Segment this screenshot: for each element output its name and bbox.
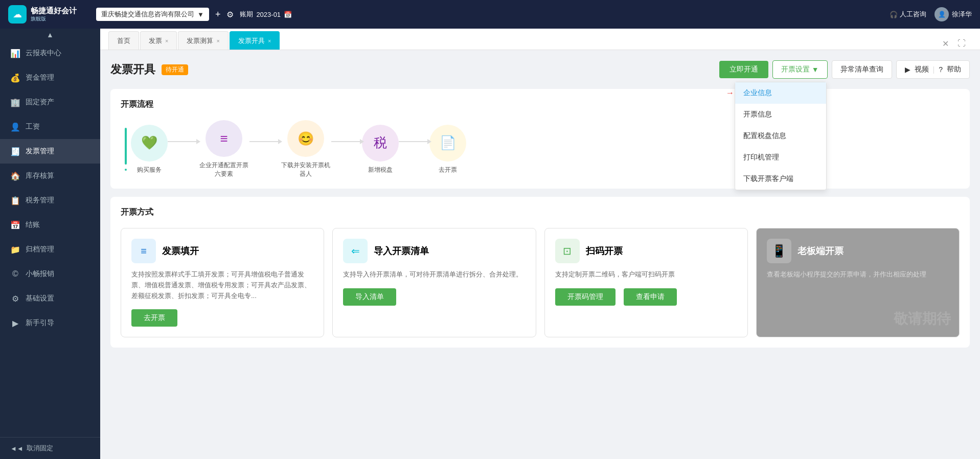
video-label: 视频 [915, 65, 929, 74]
sidebar-item-新手引导[interactable]: ▶ 新手引导 [0, 311, 100, 335]
sidebar-label: 固定资产 [26, 98, 54, 107]
flow-step-4: 📄 去开票 [429, 125, 466, 174]
tab-发票测算[interactable]: 发票测算× [178, 31, 228, 50]
flow-step-label: 下载并安装开票机器人 [280, 161, 331, 178]
view-apply-button[interactable]: 查看申请 [624, 288, 677, 306]
qr-manage-button[interactable]: 开票码管理 [555, 288, 616, 306]
top-bar-right: 🎧 人工咨询 👤 徐泽华 [890, 7, 972, 21]
method-card-scan: ⊡ 扫码开票 支持定制开票二维码，客户端可扫码开票 开票码管理 查看申请 [544, 228, 748, 337]
logo-text: 畅捷通好会计 [31, 6, 77, 15]
dropdown-item-2[interactable]: 配置税盘信息 [735, 125, 826, 147]
sidebar-label: 库存核算 [26, 171, 54, 180]
sidebar-label: 税务管理 [26, 196, 54, 205]
fill-invoice-button[interactable]: 去开票 [131, 309, 177, 327]
boss-title: 老板端开票 [797, 245, 844, 257]
status-badge: 待开通 [162, 64, 188, 75]
tab-发票开具[interactable]: 发票开具× [230, 31, 280, 50]
dropdown-item-0[interactable]: →企业信息 [735, 82, 826, 104]
settings-dropdown: →企业信息开票信息配置税盘信息打印机管理下载开票客户端 [735, 82, 827, 190]
flow-line [168, 141, 198, 142]
add-company-button[interactable]: + [215, 9, 221, 20]
sidebar: ▲ 📊 云报表中心 💰 资金管理 🏢 固定资产 👤 工资 🧾 发票管理 🏠 库存… [0, 29, 100, 459]
sidebar-item-固定资产[interactable]: 🏢 固定资产 [0, 90, 100, 114]
settings-button-label: 开票设置 [781, 65, 810, 74]
exception-button[interactable]: 异常清单查询 [832, 60, 892, 79]
settings-button[interactable]: 开票设置 ▼ [772, 60, 828, 79]
dropdown-item-4[interactable]: 下载开票客户端 [735, 168, 826, 190]
activate-button[interactable]: 立即开通 [719, 61, 768, 78]
tab-发票[interactable]: 发票× [140, 31, 177, 50]
cancel-fixed-button[interactable]: ◄◄ 取消固定 [0, 437, 100, 459]
sidebar-item-云报表中心[interactable]: 📊 云报表中心 [0, 41, 100, 65]
sidebar-item-税务管理[interactable]: 📋 税务管理 [0, 188, 100, 213]
settings-icon[interactable]: ⚙ [226, 10, 234, 19]
close-window-button[interactable]: ✕ [939, 37, 951, 50]
sidebar-label: 发票管理 [26, 147, 54, 156]
sidebar-icon: ⚙ [10, 293, 20, 304]
dropdown-icon: ▼ [197, 11, 204, 18]
cancel-fixed-label: 取消固定 [27, 444, 53, 453]
sidebar-icon: 📅 [10, 220, 20, 230]
company-selector[interactable]: 重庆畅捷交通信息咨询有限公司 ▼ [96, 8, 209, 21]
sidebar-icon: 📊 [10, 48, 20, 58]
sidebar-icon: 📁 [10, 244, 20, 255]
tab-label: 首页 [117, 36, 130, 45]
flow-section: 开票流程 💚 购买服务 ≡ 企业开通配置开票六要素 😊 下载并安装开票机器人 税… [110, 89, 970, 189]
sidebar-item-结账[interactable]: 📅 结账 [0, 213, 100, 237]
user-name: 徐泽华 [952, 10, 972, 19]
tab-首页[interactable]: 首页 [108, 31, 139, 50]
flow-step-label: 购买服务 [137, 166, 162, 174]
tab-close-button[interactable]: × [268, 38, 271, 44]
overlay-text: 敬请期待 [894, 309, 951, 329]
scroll-up-button[interactable]: ▲ [0, 29, 100, 41]
sidebar-item-基础设置[interactable]: ⚙ 基础设置 [0, 286, 100, 311]
method-cards: ≡ 发票填开 支持按照发票样式手工填开发票；可开具增值税电子普通发票、增值税普通… [121, 228, 960, 337]
user-area[interactable]: 👤 徐泽华 [935, 7, 972, 21]
tab-close-button[interactable]: × [165, 38, 168, 44]
flow-step-0: 💚 购买服务 [131, 125, 168, 174]
sidebar-item-工资[interactable]: 👤 工资 [0, 114, 100, 139]
page-header: 发票开具 待开通 立即开通 开票设置 ▼ 异常清单查询 ▶ 视频 | [110, 60, 970, 79]
maximize-window-button[interactable]: ⛶ [955, 37, 968, 50]
scan-icon: ⊡ [555, 239, 580, 263]
fill-title: 发票填开 [162, 245, 199, 257]
help-icon: ? [939, 65, 943, 74]
tab-bar: 首页发票×发票测算×发票开具× ✕ ⛶ [100, 29, 980, 50]
sidebar-icon: 👤 [10, 122, 20, 132]
tab-close-button[interactable]: × [216, 38, 219, 44]
flow-line [249, 141, 280, 142]
dropdown-item-1[interactable]: 开票信息 [735, 104, 826, 125]
avatar: 👤 [935, 7, 949, 21]
sidebar-item-归档管理[interactable]: 📁 归档管理 [0, 237, 100, 262]
page-title: 发票开具 [110, 62, 155, 77]
boss-desc: 查看老板端小程序提交的开票申请，并作出相应的处理 [767, 269, 949, 280]
dropdown-item-3[interactable]: 打印机管理 [735, 147, 826, 168]
consult-area[interactable]: 🎧 人工咨询 [890, 10, 926, 19]
calendar-icon[interactable]: 📅 [284, 11, 292, 18]
help-button[interactable]: ▶ 视频 | ? 帮助 [896, 60, 970, 79]
flow-step-3: 税 新增税盘 [362, 125, 399, 174]
sidebar-icon: © [10, 269, 20, 279]
sidebar-item-库存核算[interactable]: 🏠 库存核算 [0, 164, 100, 188]
sidebar-label: 归档管理 [26, 245, 54, 254]
scan-desc: 支持定制开票二维码，客户端可扫码开票 [555, 269, 737, 280]
sidebar-item-发票管理[interactable]: 🧾 发票管理 [0, 139, 100, 164]
import-list-button[interactable]: 导入清单 [343, 288, 396, 306]
page-actions: 立即开通 开票设置 ▼ 异常清单查询 ▶ 视频 | ? 帮助 [719, 60, 970, 79]
import-title: 导入开票清单 [374, 245, 429, 257]
sidebar-label: 云报表中心 [26, 49, 61, 58]
flow-section-title: 开票流程 [121, 99, 960, 110]
sidebar-icon: 📋 [10, 195, 20, 205]
sidebar-item-资金管理[interactable]: 💰 资金管理 [0, 65, 100, 90]
flow-step-label: 企业开通配置开票六要素 [198, 161, 249, 178]
method-card-import: ⇐ 导入开票清单 支持导入待开票清单，可对待开票清单进行拆分、合并处理。 导入清… [332, 228, 536, 337]
sidebar-icon: 🏠 [10, 171, 20, 181]
logo-sub: 旗舰版 [31, 15, 77, 22]
flow-step-label: 去开票 [439, 166, 457, 174]
flow-line [399, 141, 429, 142]
tab-label: 发票测算 [187, 36, 213, 45]
flow-steps: 💚 购买服务 ≡ 企业开通配置开票六要素 😊 下载并安装开票机器人 税 新增税盘… [121, 120, 960, 178]
flow-step-2: 😊 下载并安装开票机器人 [280, 120, 331, 178]
sidebar-item-小畅报销[interactable]: © 小畅报销 [0, 262, 100, 286]
divider: | [933, 65, 935, 74]
